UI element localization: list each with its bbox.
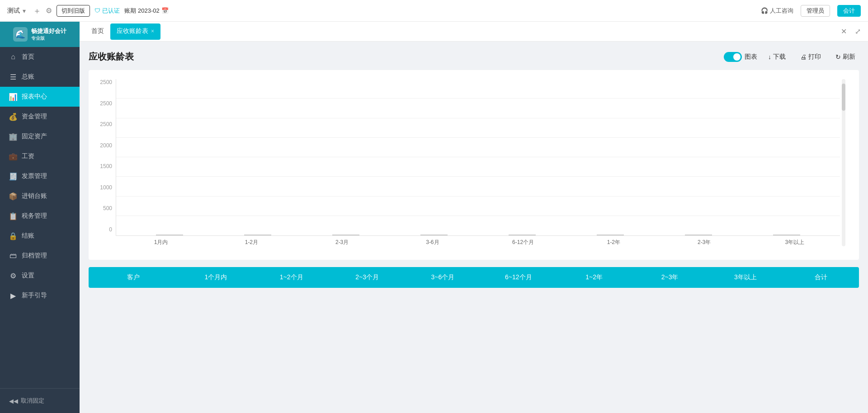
period-selector[interactable]: 账期 2023-02 📅 (124, 7, 169, 15)
accountant-button[interactable]: 会计 (837, 5, 861, 17)
sidebar-item-home[interactable]: ⌂ 首页 (0, 47, 80, 67)
sidebar-logo: 🌊 畅捷通好会计 专业版 (0, 22, 80, 47)
sidebar-item-label: 首页 (22, 53, 34, 61)
page-title: 应收账龄表 (89, 51, 134, 63)
sidebar-item-label: 税务管理 (22, 212, 47, 220)
chart-bar-group (655, 235, 743, 235)
table-header-cell: 3~6个月 (405, 267, 481, 288)
guide-icon: ▶ (9, 291, 17, 300)
inventory-icon: 📦 (9, 192, 17, 200)
chart-bar (420, 235, 448, 235)
table-container: 客户1个月内1~2个月2~3个月3~6个月6~12个月1~2年2~3年3年以上合… (89, 267, 859, 288)
tab-close-all-button[interactable]: ✕ (839, 25, 849, 38)
page-actions: 图表 ↓ 下载 🖨 打印 ↻ 刷新 (724, 51, 859, 63)
chart-bars-row (116, 79, 840, 235)
y-label-0: 0 (109, 226, 112, 233)
unpin-button[interactable]: ◀◀ 取消固定 (0, 393, 80, 408)
sidebar-item-label: 进销台账 (22, 192, 47, 200)
sidebar-item-label: 总账 (22, 73, 34, 81)
chart-scrollbar-thumb[interactable] (842, 84, 845, 111)
y-label-2500-top: 2500 (100, 79, 112, 85)
refresh-icon: ↻ (835, 53, 841, 61)
tab-bar-right: ✕ ⤢ (839, 25, 863, 38)
workspace-selector[interactable]: 测试 ▾ (7, 7, 26, 15)
chart-x-label: 1-2年 (568, 239, 659, 246)
download-icon: ↓ (768, 53, 771, 61)
download-button[interactable]: ↓ 下载 (764, 51, 789, 63)
sidebar-item-assets[interactable]: 🏢 固定资产 (0, 127, 80, 146)
tab-home[interactable]: 首页 (85, 23, 110, 40)
workspace-dropdown-icon[interactable]: ▾ (23, 7, 26, 14)
sidebar-bottom: ◀◀ 取消固定 (0, 388, 80, 413)
chart-bar (156, 235, 183, 235)
main-layout: 🌊 畅捷通好会计 专业版 ⌂ 首页 ☰ 总账 📊 报表中心 💰 资金管理 (0, 22, 868, 413)
logo-icon: 🌊 (13, 27, 28, 42)
tab-aging[interactable]: 应收账龄表 × (110, 23, 160, 40)
chart-bar (244, 235, 271, 235)
sidebar-item-settings[interactable]: ⚙ 设置 (0, 266, 80, 286)
chart-bar (773, 235, 800, 235)
tab-expand-button[interactable]: ⤢ (853, 25, 863, 38)
payroll-icon: 💼 (9, 152, 17, 160)
y-label-2500-3: 2500 (100, 121, 112, 127)
y-label-2000: 2000 (100, 142, 112, 149)
period-label: 账期 (124, 7, 136, 15)
add-icon[interactable]: ＋ (33, 5, 41, 16)
sidebar-item-invoice[interactable]: 🧾 发票管理 (0, 166, 80, 186)
sidebar-item-reports[interactable]: 📊 报表中心 (0, 87, 80, 107)
settings-icon[interactable]: ⚙ (46, 6, 52, 15)
sidebar-item-close[interactable]: 🔒 结账 (0, 226, 80, 246)
tab-close-icon[interactable]: × (151, 28, 154, 34)
page-header: 应收账龄表 图表 ↓ 下载 🖨 打印 ↻ (89, 51, 859, 63)
sidebar-item-label: 工资 (22, 152, 34, 160)
chart-bar-group (302, 235, 390, 235)
funds-icon: 💰 (9, 113, 17, 121)
chart-bar (332, 235, 359, 235)
workspace-name: 测试 (7, 7, 20, 15)
y-label-500: 500 (103, 205, 112, 211)
archive-icon: 🗃 (9, 252, 17, 260)
sidebar-item-inventory[interactable]: 📦 进销台账 (0, 186, 80, 206)
switch-version-button[interactable]: 切到旧版 (57, 5, 90, 17)
table-header-cell: 1~2年 (557, 267, 632, 288)
sidebar-item-funds[interactable]: 💰 资金管理 (0, 107, 80, 127)
content-area: 首页 应收账龄表 × ✕ ⤢ 应收账龄表 图表 (80, 22, 868, 413)
reports-icon: 📊 (9, 93, 17, 101)
chart-x-label: 1月内 (116, 239, 206, 246)
chart-x-label: 3-6月 (387, 239, 478, 246)
sidebar: 🌊 畅捷通好会计 专业版 ⌂ 首页 ☰ 总账 📊 报表中心 💰 资金管理 (0, 22, 80, 413)
manager-button[interactable]: 管理员 (801, 5, 830, 17)
logo-text: 畅捷通好会计 专业版 (31, 27, 66, 42)
chart-container: 2500 2500 2500 2000 1500 1000 500 0 (89, 70, 859, 260)
sidebar-item-label: 固定资产 (22, 132, 47, 141)
sidebar-item-payroll[interactable]: 💼 工资 (0, 146, 80, 166)
sidebar-item-ledger[interactable]: ☰ 总账 (0, 67, 80, 87)
chart-scrollbar[interactable] (842, 79, 845, 246)
headset-icon: 🎧 (761, 7, 768, 14)
chart-bar (509, 235, 536, 235)
refresh-button[interactable]: ↻ 刷新 (832, 51, 859, 63)
sidebar-item-tax[interactable]: 📋 税务管理 (0, 206, 80, 226)
sidebar-item-archive[interactable]: 🗃 归档管理 (0, 246, 80, 266)
calendar-icon[interactable]: 📅 (161, 7, 169, 14)
chart-y-axis: 2500 2500 2500 2000 1500 1000 500 0 (98, 79, 116, 246)
customer-service-button[interactable]: 🎧 人工咨询 (761, 7, 793, 15)
table-header-cell: 1个月内 (178, 267, 254, 288)
period-value: 2023-02 (138, 7, 160, 14)
certified-badge: 🛡 已认证 (94, 7, 120, 15)
page-content: 应收账龄表 图表 ↓ 下载 🖨 打印 ↻ (80, 42, 868, 413)
pin-icon: ◀◀ (9, 398, 18, 404)
print-button[interactable]: 🖨 打印 (797, 51, 825, 63)
table-header-cell: 2~3年 (632, 267, 708, 288)
chart-body: 1月内1-2月2-3月3-6月6-12个月1-2年2-3年3年以上 (116, 79, 840, 246)
chart-toggle[interactable] (724, 52, 742, 62)
sidebar-item-guide[interactable]: ▶ 新手引导 (0, 286, 80, 305)
print-icon: 🖨 (800, 53, 807, 61)
chart-bar-group (213, 235, 302, 235)
chart-bar-group (743, 235, 831, 235)
settings-nav-icon: ⚙ (9, 272, 17, 280)
assets-icon: 🏢 (9, 132, 17, 141)
chart-x-label: 2-3年 (659, 239, 750, 246)
y-label-2500-2: 2500 (100, 100, 112, 107)
tab-aging-label: 应收账龄表 (117, 27, 148, 35)
